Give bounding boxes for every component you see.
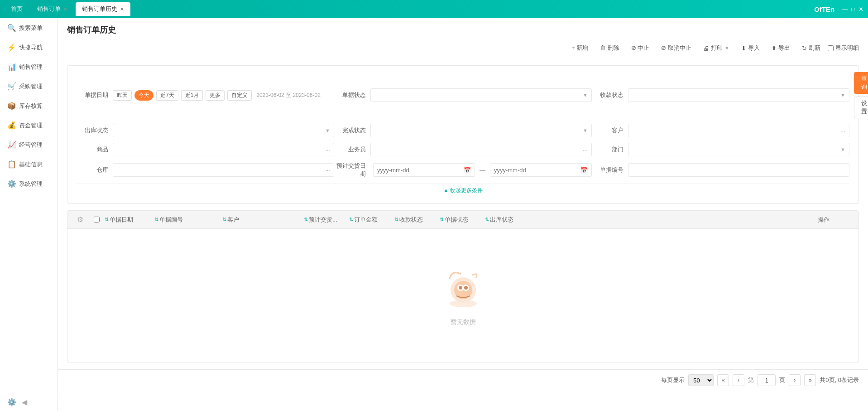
empty-text: 暂无数据 [451,318,476,326]
tab-sales-order-label: 销售订单 [37,5,61,13]
product-dots-btn[interactable]: ··· [325,146,330,153]
date-btn-yesterday[interactable]: 昨天 [113,90,132,101]
pagination-last-btn[interactable]: » [804,374,816,386]
display-detail-wrap: 显示明细 [828,44,859,52]
pagination-page-input[interactable] [758,374,776,386]
date-btn-today[interactable]: 今天 [134,90,153,101]
pagination-page-suffix: 页 [779,376,785,384]
tab-sales-order[interactable]: 销售订单 ✕ [31,2,74,16]
refresh-btn[interactable]: ↻ 刷新 [797,42,825,54]
sidebar-item-purchase-mgmt[interactable]: 🛒 采购管理 [0,77,58,96]
sidebar-item-search-menu[interactable]: 🔍 搜索菜单 [0,18,58,38]
display-detail-checkbox[interactable] [828,45,834,51]
order-number-input-wrap [628,163,849,177]
order-status-label: 单据状态 [334,91,370,99]
tab-sales-order-close[interactable]: ✕ [63,6,67,12]
table-header-row: ⚙ ⇅ 单据日期 ⇅ 单据编号 ⇅ 客户 ⇅ [67,211,858,229]
display-detail-label: 显示明细 [835,44,859,52]
delivery-date-start[interactable] [377,167,464,174]
salesperson-input[interactable] [374,146,580,153]
export-btn[interactable]: ⬆ 导出 [767,42,795,54]
minimize-btn[interactable]: — [842,6,848,13]
date-range-wrap: 昨天 今天 近7天 近1月 更多 自定义 2023-06-02 至 2023-0… [113,90,321,101]
receipt-status-select[interactable]: ▼ [628,88,849,102]
delivery-date-end[interactable] [494,167,580,174]
warehouse-input-wrap: ··· [113,163,334,177]
warehouse-input[interactable] [117,167,322,174]
salesperson-dots-btn[interactable]: ··· [583,146,588,153]
tab-home[interactable]: 首页 [5,2,29,16]
col-header-date[interactable]: ⇅ 单据日期 [105,216,154,224]
sidebar-bottom: ⚙️ ◀ [0,393,58,411]
stop-btn[interactable]: ⊘ 中止 [627,42,654,54]
pagination-prev-btn[interactable]: ‹ [733,374,744,386]
date-btn-1month[interactable]: 近1月 [181,90,203,101]
new-btn[interactable]: + 新增 [567,42,593,54]
sidebar-item-capital-mgmt[interactable]: 💰 资金管理 [0,116,58,135]
sidebar-collapse-icon[interactable]: ◀ [22,398,27,406]
col-header-receipt[interactable]: ⇅ 收款状态 [394,216,440,224]
sidebar-item-operations-mgmt[interactable]: 📈 经营管理 [0,135,58,155]
close-btn-window[interactable]: ✕ [858,6,863,13]
search-menu-icon: 🔍 [7,24,15,32]
col-header-number[interactable]: ⇅ 单据编号 [154,216,222,224]
customer-dots-btn[interactable]: ··· [840,127,845,134]
delete-btn[interactable]: 🗑 删除 [595,42,624,54]
import-btn[interactable]: ⬇ 导入 [737,42,764,54]
table-select-all[interactable] [94,217,100,222]
col-header-customer[interactable]: ⇅ 客户 [222,216,304,224]
warehouse-dots-btn[interactable]: ··· [325,167,330,174]
completion-status-select[interactable]: ▼ [370,124,592,137]
product-input[interactable] [117,146,322,153]
customer-input[interactable] [632,127,838,134]
date-btn-custom[interactable]: 自定义 [227,90,252,101]
delivery-date-label: 预计交货日期 [334,162,370,178]
filter-area: 单据日期 昨天 今天 近7天 近1月 更多 自定义 2023-06-02 至 2… [67,65,859,204]
toolbar: + 新增 🗑 删除 ⊘ 中止 ⊘ 取消中止 🖨 🖨 打印 打印 ▼ ⬇ 导入 ⬆… [67,42,859,54]
sidebar-item-quick-nav[interactable]: ⚡ 快捷导航 [0,38,58,57]
pagination-next-btn[interactable]: › [789,374,801,386]
sidebar-item-inventory-check[interactable]: 📦 库存核算 [0,96,58,116]
sidebar-item-operations-mgmt-label: 经营管理 [19,141,43,149]
filter-row-3: 商品 ··· 业务员 ··· 部门 [77,143,849,156]
department-select[interactable]: ▼ [628,143,849,156]
sidebar-item-sales-mgmt[interactable]: 📊 销售管理 [0,57,58,77]
sidebar-item-system-mgmt[interactable]: ⚙️ 系统管理 [0,174,58,193]
collapse-bar[interactable]: ▲ 收起更多条件 [77,184,849,197]
table-settings-icon[interactable]: ⚙ [77,215,83,224]
filter-product-col: 商品 ··· [77,143,334,156]
delivery-date-end-wrap: 📅 [490,163,592,177]
tab-sales-order-history[interactable]: 销售订单历史 ✕ [76,2,130,16]
date-label: 单据日期 [77,91,113,99]
order-status-select[interactable]: ▼ [370,88,592,102]
pagination-first-btn[interactable]: « [717,374,729,386]
tab-sales-order-history-close[interactable]: ✕ [120,6,124,12]
receipt-status-label: 收款状态 [592,91,628,99]
col-header-amount[interactable]: ⇅ 订单金额 [349,216,394,224]
filter-row-1: 单据日期 昨天 今天 近7天 近1月 更多 自定义 2023-06-02 至 2… [77,72,849,118]
settings-btn[interactable]: 设置 [854,97,868,118]
filter-receipt-status-col: 收款状态 ▼ [592,88,849,102]
sidebar-settings-icon[interactable]: ⚙️ [7,398,16,406]
col-header-outbound[interactable]: ⇅ 出库状态 [485,216,818,224]
col-header-delivery[interactable]: ⇅ 预计交货... [304,216,349,224]
maximize-btn[interactable]: □ [851,6,855,13]
date-btn-more[interactable]: 更多 [206,90,225,101]
sidebar-item-base-info[interactable]: 📋 基础信息 [0,155,58,174]
outbound-status-select[interactable]: ▼ [113,124,334,137]
calendar-end-icon[interactable]: 📅 [580,167,588,174]
empty-icon [441,265,486,312]
col-label-number: 单据编号 [159,216,183,224]
col-label-date: 单据日期 [110,216,133,224]
col-label-customer: 客户 [227,216,239,224]
page-size-select[interactable]: 50 10 20 100 [688,374,714,386]
cancel-stop-btn[interactable]: ⊘ 取消中止 [657,42,696,54]
order-number-label: 单据编号 [592,166,628,174]
date-btn-7days[interactable]: 近7天 [156,90,178,101]
calendar-start-icon[interactable]: 📅 [464,167,471,174]
delivery-date-start-wrap: 📅 [373,163,475,177]
col-header-status[interactable]: ⇅ 单据状态 [440,216,485,224]
query-btn[interactable]: 查询 [854,72,868,94]
print-btn[interactable]: 🖨 🖨 打印 打印 ▼ [699,42,734,54]
order-number-input[interactable] [632,167,845,174]
